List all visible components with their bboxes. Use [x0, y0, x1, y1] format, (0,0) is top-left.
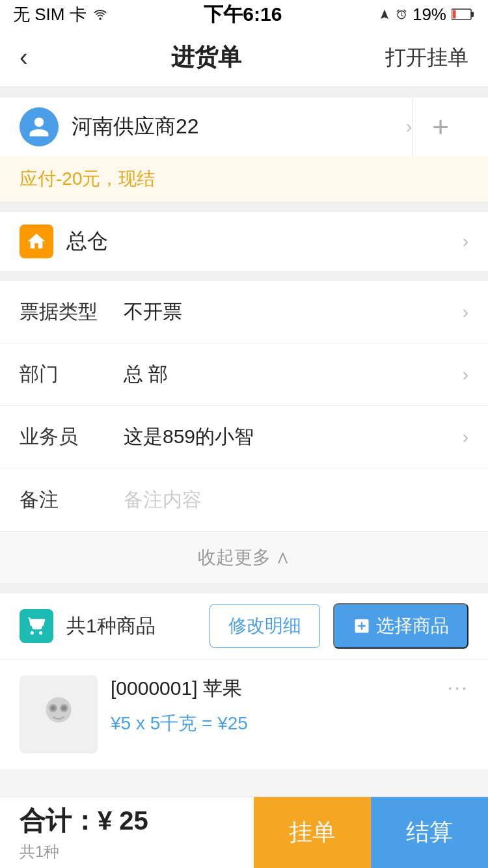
divider-3	[0, 271, 488, 281]
page-title: 进货单	[171, 42, 241, 74]
form-section: 票据类型 不开票 › 部门 总 部 › 业务员 这是859的小智 › 备注 备注…	[0, 281, 488, 531]
department-chevron-icon: ›	[463, 364, 468, 385]
supplier-name: 河南供应商22	[72, 113, 400, 141]
open-pending-button[interactable]: 打开挂单	[385, 44, 468, 72]
salesperson-row[interactable]: 业务员 这是859的小智 ›	[0, 406, 488, 468]
total-amount: ¥ 25	[98, 806, 148, 835]
warehouse-chevron-icon: ›	[463, 231, 468, 252]
product-info: [0000001] 苹果 ¥5 x 5千克 = ¥25	[111, 675, 434, 736]
svg-rect-1	[471, 12, 474, 17]
pending-button[interactable]: 挂单	[254, 797, 371, 868]
svg-rect-2	[452, 10, 455, 18]
svg-point-7	[62, 706, 66, 711]
nav-bar: ‹ 进货单 打开挂单	[0, 29, 488, 87]
svg-point-6	[51, 706, 55, 711]
checkout-button[interactable]: 结算	[371, 797, 488, 868]
supplier-row[interactable]: 河南供应商22 ›	[20, 98, 413, 156]
more-options-button[interactable]: ···	[447, 675, 468, 699]
invoice-row[interactable]: 票据类型 不开票 ›	[0, 281, 488, 344]
remark-label: 备注	[20, 487, 111, 513]
supplier-section: 河南供应商22 › +	[0, 98, 488, 156]
select-product-label: 选择商品	[376, 614, 449, 638]
divider-2	[0, 202, 488, 212]
product-item: [0000001] 苹果 ¥5 x 5千克 = ¥25 ···	[0, 660, 488, 769]
collapse-bar[interactable]: 收起更多 ∧	[0, 531, 488, 583]
remark-row[interactable]: 备注 备注内容	[0, 468, 488, 531]
invoice-value: 不开票	[124, 299, 456, 325]
total-sub: 共1种	[20, 841, 234, 862]
status-left: 无 SIM 卡	[13, 3, 107, 26]
wifi-icon	[93, 5, 107, 25]
status-time: 下午6:16	[204, 1, 282, 28]
remark-value: 备注内容	[124, 487, 468, 513]
collapse-label: 收起更多 ∧	[198, 545, 291, 570]
status-right: 19%	[379, 5, 475, 25]
total-section: 合计：¥ 25 共1种	[0, 797, 254, 868]
notice-bar: 应付-20元，现结	[0, 156, 488, 202]
battery-text: 19%	[413, 5, 446, 25]
total-label: 合计：	[20, 806, 98, 835]
alarm-icon	[396, 5, 407, 25]
product-thumbnail	[20, 675, 98, 753]
product-name: [0000001] 苹果	[111, 675, 434, 702]
salesperson-label: 业务员	[20, 424, 111, 450]
notice-text: 应付-20元，现结	[20, 169, 155, 189]
supplier-chevron-icon: ›	[406, 116, 412, 137]
salesperson-chevron-icon: ›	[463, 427, 468, 448]
product-price: ¥5 x 5千克 = ¥25	[111, 711, 434, 736]
department-value: 总 部	[124, 361, 456, 388]
battery-icon	[452, 5, 475, 25]
product-code: [0000001]	[111, 677, 203, 699]
bottom-bar: 合计：¥ 25 共1种 挂单 结算	[0, 796, 488, 868]
supplier-avatar	[20, 107, 59, 146]
divider-1	[0, 87, 488, 98]
invoice-chevron-icon: ›	[463, 302, 468, 323]
edit-detail-button[interactable]: 修改明细	[210, 604, 320, 648]
product-count: 共1种商品	[66, 613, 197, 640]
carrier-text: 无 SIM 卡	[13, 3, 87, 26]
status-bar: 无 SIM 卡 下午6:16 19%	[0, 0, 488, 29]
product-header-icon	[20, 609, 53, 643]
location-icon	[379, 5, 390, 25]
warehouse-name: 总仓	[66, 227, 456, 256]
divider-4	[0, 583, 488, 593]
salesperson-value: 这是859的小智	[124, 424, 456, 450]
product-header: 共1种商品 修改明细 选择商品	[0, 593, 488, 658]
total-main: 合计：¥ 25	[20, 803, 234, 839]
warehouse-icon	[20, 224, 53, 258]
add-supplier-button[interactable]: +	[413, 98, 468, 156]
back-button[interactable]: ‹	[20, 44, 28, 72]
invoice-label: 票据类型	[20, 299, 111, 325]
department-label: 部门	[20, 361, 111, 388]
warehouse-section[interactable]: 总仓 ›	[0, 212, 488, 271]
select-product-button[interactable]: 选择商品	[333, 603, 468, 649]
department-row[interactable]: 部门 总 部 ›	[0, 344, 488, 406]
